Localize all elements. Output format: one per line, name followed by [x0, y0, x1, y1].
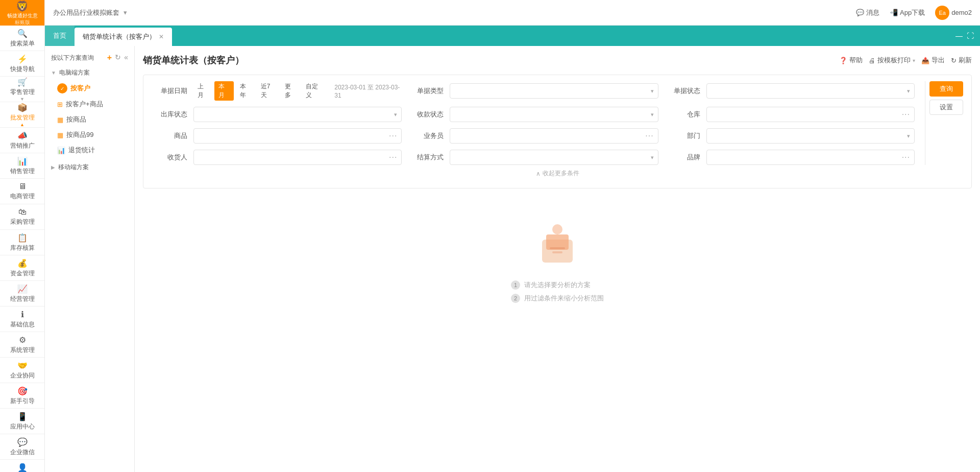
brand-dots: ··· — [902, 153, 910, 162]
refresh-button[interactable]: ↻ 刷新 — [951, 56, 972, 65]
date-tab-this-year[interactable]: 本年 — [236, 81, 255, 101]
sidebar-item-quick-nav[interactable]: ⚡ 快捷导航 — [0, 51, 44, 77]
collapse-bar[interactable]: ∧ 收起更多条件 — [152, 165, 963, 182]
sidebar-item-wx[interactable]: 💬 企业微信 — [0, 434, 44, 460]
collect-status-label: 收款状态 — [408, 110, 444, 119]
arrow-up-icon: ▲ — [20, 122, 24, 127]
maximize-icon[interactable]: ⛶ — [967, 32, 974, 40]
sidebar-item-member[interactable]: 👤 畅会员 — [0, 460, 44, 472]
dept-arrow: ▾ — [907, 133, 910, 139]
panel-icon-group: + ↻ « — [107, 53, 128, 62]
export-button[interactable]: 📤 导出 — [921, 56, 945, 65]
date-tab-more[interactable]: 更多 — [281, 81, 300, 101]
logo-text: 畅捷通好生意 — [7, 12, 38, 19]
add-plan-icon[interactable]: + — [107, 53, 112, 62]
warehouse-label: 仓库 — [665, 110, 700, 119]
date-tab-last-month[interactable]: 上月 — [193, 81, 212, 101]
tree-section-mobile[interactable]: ▶ 移动端方案 — [45, 160, 134, 175]
active-indicator: ✓ — [57, 83, 67, 93]
help-button[interactable]: ❓ 帮助 — [839, 56, 863, 65]
tab-close-icon[interactable]: ✕ — [159, 33, 164, 40]
order-status-select[interactable]: ▾ — [706, 83, 915, 99]
sidebar-item-inventory[interactable]: 📋 库存核算 — [0, 230, 44, 255]
by-goods-99-label: 按商品99 — [66, 130, 93, 139]
tree-item-by-customer-goods[interactable]: ⊞ 按客户+商品 — [45, 97, 134, 112]
svg-rect-4 — [552, 251, 562, 253]
order-type-select[interactable]: ▾ — [450, 83, 658, 99]
minimize-icon[interactable]: — — [955, 32, 963, 40]
finance-icon: 💰 — [17, 258, 28, 268]
refresh-icon: ↻ — [951, 57, 957, 64]
sidebar-item-ecommerce[interactable]: 🖥 电商管理 — [0, 179, 44, 204]
wx-icon: 💬 — [17, 437, 28, 447]
collapse-up-icon: ∧ — [536, 170, 541, 177]
action-buttons: 查询 设置 — [925, 81, 963, 165]
settlement-select[interactable]: ▾ — [450, 150, 658, 165]
sidebar-item-retail[interactable]: 🛒 零售管理 ▼ — [0, 77, 44, 102]
sidebar-item-marketing[interactable]: 📣 营销推广 — [0, 128, 44, 153]
refresh-plan-icon[interactable]: ↻ — [115, 53, 121, 62]
order-status-label: 单据状态 — [665, 86, 700, 96]
logo-sub: 标账版 — [15, 19, 30, 26]
main-area: 办公用品行业模拟账套 ▾ 💬 消息 📲 App下载 Ea demo2 首页 销货… — [45, 0, 980, 472]
left-panel: 按以下方案查询 + ↻ « ▼ 电脑端方案 ✓ 按客户 ⊞ 按客户+商品 — [45, 46, 135, 472]
tree-item-by-customer[interactable]: ✓ 按客户 — [45, 80, 134, 97]
app-logo: 🦁 畅捷通好生意 标账版 — [0, 0, 44, 26]
workspace-dropdown-icon: ▾ — [124, 9, 127, 16]
filter-row-2: 出库状态 ▾ 收款状态 ▾ — [152, 107, 915, 122]
sidebar-item-coop[interactable]: 🤝 企业协同 — [0, 358, 44, 383]
brand-select[interactable]: ··· — [706, 150, 915, 165]
tree-item-return-stats[interactable]: 📊 退货统计 — [45, 143, 134, 158]
empty-state: 1 请先选择要分析的方案 2 用过滤条件来缩小分析范围 — [143, 188, 972, 334]
svg-rect-3 — [550, 247, 565, 249]
sidebar-item-search[interactable]: 🔍 搜索菜单 — [0, 26, 44, 51]
user-profile[interactable]: Ea demo2 — [935, 6, 972, 20]
tree-item-by-goods[interactable]: ▦ 按商品 — [45, 112, 134, 127]
goods-select[interactable]: ··· — [193, 128, 402, 144]
sidebar-item-finance[interactable]: 💰 资金管理 — [0, 255, 44, 281]
sidebar-item-wholesale[interactable]: 📦 批发管理 ▲ — [0, 102, 44, 128]
salesperson-select[interactable]: ··· — [450, 128, 658, 144]
sidebar-item-sales[interactable]: 📊 销售管理 — [0, 153, 44, 179]
print-button[interactable]: 🖨 按模板打印 ▾ — [869, 56, 915, 65]
out-status-select[interactable]: ▾ — [193, 107, 402, 122]
tree-section-label: 电脑端方案 — [59, 68, 90, 77]
sidebar-item-operations[interactable]: 📈 经营管理 — [0, 281, 44, 306]
collect-status-select[interactable]: ▾ — [450, 107, 658, 122]
date-tab-custom[interactable]: 自定义 — [302, 81, 326, 101]
tab-sales-stats[interactable]: 销货单统计表（按客户） ✕ — [75, 28, 172, 46]
date-tab-this-month[interactable]: 本月 — [214, 81, 233, 101]
warehouse-dots: ··· — [902, 110, 910, 119]
tab-home[interactable]: 首页 — [45, 26, 75, 46]
tree-section-pc[interactable]: ▼ 电脑端方案 — [45, 65, 134, 80]
dept-select[interactable]: ▾ — [706, 128, 915, 144]
collapse-panel-icon[interactable]: « — [124, 53, 128, 62]
receiver-control: ··· — [193, 150, 402, 165]
tree-item-by-goods-99[interactable]: ▦ 按商品99 — [45, 127, 134, 143]
receiver-select[interactable]: ··· — [193, 150, 402, 165]
sidebar-item-app-center[interactable]: 📱 应用中心 — [0, 409, 44, 434]
sidebar-item-basic-info[interactable]: ℹ 基础信息 — [0, 306, 44, 332]
right-content: 销货单统计表（按客户） ❓ 帮助 🖨 按模板打印 ▾ 📤 导出 — [135, 46, 980, 472]
settings-button[interactable]: 设置 — [929, 100, 963, 115]
avatar: Ea — [935, 6, 949, 20]
page-title: 销货单统计表（按客户） — [143, 54, 244, 66]
search-button[interactable]: 查询 — [929, 81, 963, 97]
sidebar-item-system[interactable]: ⚙ 系统管理 — [0, 332, 44, 358]
warehouse-control: ··· — [706, 107, 915, 122]
member-icon: 👤 — [17, 463, 28, 473]
receiver-dots: ··· — [389, 153, 397, 162]
warehouse-select[interactable]: ··· — [706, 107, 915, 122]
date-tab-7days[interactable]: 近7天 — [257, 81, 279, 101]
message-button[interactable]: 💬 消息 — [856, 8, 879, 17]
print-dropdown-icon: ▾ — [913, 58, 915, 63]
sidebar-item-purchase[interactable]: 🛍 采购管理 — [0, 204, 44, 230]
settlement-control: ▾ — [450, 150, 658, 165]
dept-label: 部门 — [665, 131, 700, 140]
app-download-button[interactable]: 📲 App下载 — [890, 8, 925, 17]
order-status-arrow: ▾ — [907, 88, 910, 95]
workspace-selector[interactable]: 办公用品行业模拟账套 ▾ — [53, 8, 127, 17]
page-title-bar: 销货单统计表（按客户） ❓ 帮助 🖨 按模板打印 ▾ 📤 导出 — [143, 54, 972, 66]
sidebar-item-new-guide[interactable]: 🎯 新手引导 — [0, 383, 44, 409]
collect-status-control: ▾ — [450, 107, 658, 122]
